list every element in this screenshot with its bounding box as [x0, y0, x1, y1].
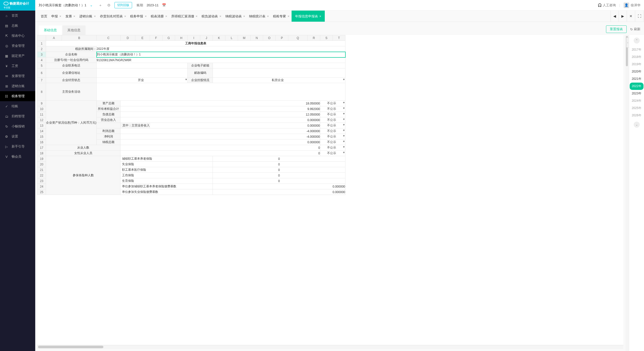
- row-head-2[interactable]: 2: [37, 46, 46, 52]
- sidebar-item-8[interactable]: ☷税务管理: [0, 91, 35, 101]
- row-head-24[interactable]: 24: [37, 184, 46, 189]
- phone-value[interactable]: [97, 63, 188, 68]
- close-icon[interactable]: ×: [94, 11, 96, 22]
- tab-6[interactable]: 税表清册×: [149, 11, 169, 22]
- year-2026年[interactable]: 2026年: [630, 112, 643, 119]
- col-head-C[interactable]: C: [97, 35, 120, 41]
- company-value[interactable]: 刘小艳演示账套（勿删勿动！）1: [97, 52, 345, 57]
- sidebar-item-0[interactable]: ⌂首页: [0, 11, 35, 21]
- tab-8[interactable]: 税负波动表×: [199, 11, 223, 22]
- user-menu[interactable]: 👤 徐泽华: [624, 3, 640, 8]
- employee-vis[interactable]: 不公示▼: [320, 145, 345, 151]
- col-head-K[interactable]: K: [213, 35, 225, 41]
- add-icon[interactable]: +: [98, 3, 103, 7]
- row-value-10[interactable]: 9.992000: [120, 106, 320, 112]
- row-value-13[interactable]: 0.000000: [150, 123, 320, 128]
- refresh-button[interactable]: ↻刷新: [630, 27, 640, 31]
- row-head-11[interactable]: 11: [37, 112, 46, 117]
- period-value[interactable]: 2023-11: [147, 3, 159, 7]
- row-head-6[interactable]: 6: [37, 68, 46, 78]
- row-value-14[interactable]: -4.000000: [120, 128, 320, 134]
- row-head-9[interactable]: 9: [37, 101, 46, 106]
- ins-value-20[interactable]: 0: [213, 162, 345, 167]
- vertical-scrollbar[interactable]: [625, 35, 629, 351]
- row-head-14[interactable]: 14: [37, 128, 46, 134]
- tab-4[interactable]: 存货别名对照表×: [98, 11, 128, 22]
- postcode-value[interactable]: [213, 68, 345, 78]
- sidebar-item-13[interactable]: ▷新手引导: [0, 142, 35, 152]
- ins-value-23[interactable]: 0: [213, 178, 345, 184]
- female-vis[interactable]: 不公示▼: [320, 151, 345, 156]
- row-head-22[interactable]: 22: [37, 173, 46, 178]
- close-icon[interactable]: ×: [319, 11, 321, 22]
- col-head-F[interactable]: F: [150, 35, 163, 41]
- close-icon[interactable]: ×: [243, 11, 245, 22]
- tab-3[interactable]: 进销台账×: [77, 11, 98, 22]
- tab-0[interactable]: 首页: [39, 11, 49, 22]
- sidebar-item-3[interactable]: ◎资金管理: [0, 41, 35, 51]
- sidebar-item-5[interactable]: ¥工资: [0, 61, 35, 71]
- close-icon[interactable]: ×: [145, 11, 147, 22]
- sidebar-item-6[interactable]: ✉发票管理: [0, 71, 35, 81]
- fullscreen-icon[interactable]: ⛶: [635, 11, 644, 22]
- row-head-10[interactable]: 10: [37, 106, 46, 112]
- row-head-1[interactable]: 1: [37, 41, 46, 46]
- sidebar-item-4[interactable]: ▦固定资产: [0, 51, 35, 61]
- year-2025年[interactable]: 2025年: [630, 104, 643, 112]
- switch-old-button[interactable]: 切到旧版: [114, 2, 132, 8]
- calendar-icon[interactable]: 📅: [162, 3, 166, 7]
- year-up-icon[interactable]: ⌃: [634, 38, 640, 44]
- col-head-E[interactable]: E: [135, 35, 150, 41]
- base-value-25[interactable]: 0.000000: [213, 189, 345, 195]
- row-head-17[interactable]: 17: [37, 145, 46, 151]
- close-icon[interactable]: ×: [196, 11, 198, 22]
- col-head-R[interactable]: R: [308, 35, 320, 41]
- row-vis-9[interactable]: 不公示▼: [320, 101, 345, 106]
- sidebar-item-2[interactable]: ⇱报表中心: [0, 31, 35, 41]
- email-value[interactable]: [213, 63, 345, 68]
- col-head-P[interactable]: P: [276, 35, 288, 41]
- row-head-19[interactable]: 19: [37, 156, 46, 162]
- row-head-7[interactable]: 7: [37, 78, 46, 83]
- corner-cell[interactable]: [37, 35, 46, 41]
- row-value-12[interactable]: 0.000000: [120, 117, 320, 123]
- tab-prev-icon[interactable]: ◀: [611, 11, 619, 22]
- col-head-A[interactable]: A: [46, 35, 62, 41]
- status-value[interactable]: 开业▼: [97, 78, 188, 83]
- close-icon[interactable]: ×: [288, 11, 290, 22]
- tab-10[interactable]: 纳税统计表×: [247, 11, 271, 22]
- row-head-15[interactable]: 15: [37, 134, 46, 139]
- row-value-15[interactable]: -4.000000: [120, 134, 320, 139]
- sidebar-item-14[interactable]: V畅会员: [0, 152, 35, 162]
- col-head-J[interactable]: J: [200, 35, 213, 41]
- year-2020年[interactable]: 2020年: [630, 68, 643, 75]
- ins-value-22[interactable]: 0: [213, 173, 345, 178]
- sidebar-item-10[interactable]: 🗂归档管理: [0, 111, 35, 121]
- tab-12[interactable]: 年报信息申报表×: [292, 11, 325, 22]
- row-vis-12[interactable]: 不公示▼: [320, 117, 345, 123]
- close-icon[interactable]: ×: [165, 11, 167, 22]
- sidebar-item-1[interactable]: ▤总账: [0, 21, 35, 31]
- tab-next-icon[interactable]: ▶: [619, 11, 627, 22]
- col-head-M[interactable]: M: [238, 35, 251, 41]
- sidebar-item-12[interactable]: ⚙设置: [0, 131, 35, 142]
- tab-1[interactable]: 申报×: [49, 11, 63, 22]
- sidebar-item-9[interactable]: ✓结账: [0, 101, 35, 111]
- collapse-panel-icon[interactable]: ‹: [626, 38, 629, 48]
- col-head-N[interactable]: N: [251, 35, 263, 41]
- tab-9[interactable]: 纳税波动表×: [223, 11, 247, 22]
- period-value[interactable]: 2022年度: [97, 46, 345, 52]
- row-head-21[interactable]: 21: [37, 167, 46, 173]
- ins-value-19[interactable]: 0: [213, 156, 345, 162]
- row-head-20[interactable]: 20: [37, 162, 46, 167]
- year-2017年[interactable]: 2017年: [630, 46, 643, 53]
- address-value[interactable]: [97, 68, 188, 78]
- tab-close-all-icon[interactable]: ✕: [627, 11, 635, 22]
- row-vis-15[interactable]: 不公示▼: [320, 134, 345, 139]
- tab-11[interactable]: 税检专家×: [271, 11, 292, 22]
- close-icon[interactable]: ×: [267, 11, 269, 22]
- row-vis-14[interactable]: 不公示▼: [320, 128, 345, 134]
- row-vis-10[interactable]: 不公示▼: [320, 106, 345, 112]
- reset-report-button[interactable]: 重置报表: [606, 25, 627, 33]
- row-head-25[interactable]: 25: [37, 189, 46, 195]
